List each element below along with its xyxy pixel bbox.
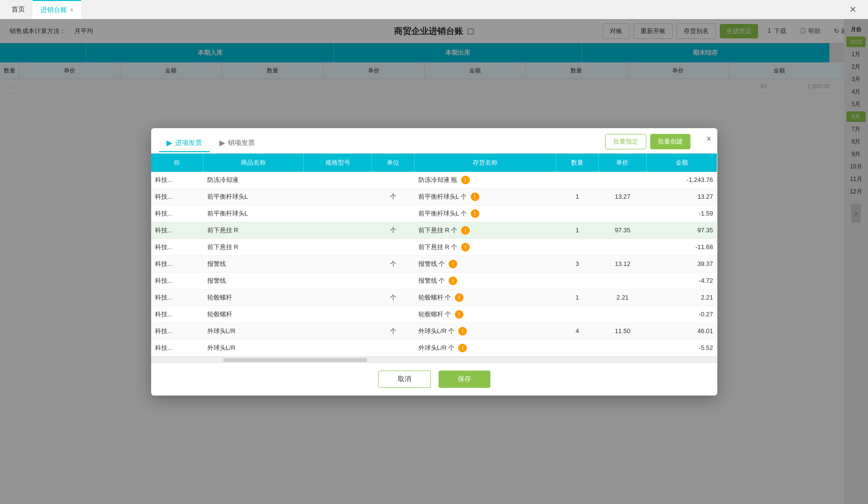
modal-scrollbar[interactable] (151, 357, 717, 362)
table-row[interactable]: 科技... 前平衡杆球头L 个 前平衡杆球头L 个 ! 1 13.27 13.2… (151, 188, 717, 205)
cell-inventory: 防冻冷却液 瓶 ! (415, 172, 556, 189)
cell-product: 轮毂螺杆 (203, 306, 304, 323)
table-row[interactable]: 科技... 报警线 报警线 个 ! -4.72 (151, 272, 717, 289)
cell-unit (372, 339, 415, 356)
table-row[interactable]: 科技... 前下悬挂 R 个 前下悬挂 R 个 ! 1 97.35 97.35 (151, 222, 717, 239)
cell-supplier: 科技... (151, 255, 203, 272)
tab-bar: 首页 进销台账 × ✕ (0, 0, 868, 19)
cell-spec (303, 188, 371, 205)
cell-qty: 1 (556, 188, 599, 205)
cell-amount: -1,243.76 (647, 172, 717, 189)
cell-qty: 3 (556, 255, 599, 272)
cell-spec (303, 172, 371, 189)
cell-unit: 个 (372, 323, 415, 339)
cell-price (598, 339, 646, 356)
cell-amount: -5.52 (647, 339, 717, 356)
cell-price: 11.50 (598, 323, 646, 339)
tab-bar-right: ✕ (849, 4, 864, 15)
cell-unit: 个 (372, 255, 415, 272)
cell-product: 前下悬挂 R (203, 222, 304, 239)
warning-icon: ! (461, 243, 470, 252)
cell-qty: 1 (556, 289, 599, 306)
table-row[interactable]: 科技... 外球头L/R 外球头L/R 个 ! -5.52 (151, 339, 717, 356)
warning-icon: ! (471, 209, 479, 218)
warning-icon: ! (471, 192, 479, 201)
warning-icon: ! (455, 310, 464, 319)
col-inventory-name: 存货名称 (415, 154, 556, 172)
batch-create-button[interactable]: 批量创建 (650, 134, 690, 149)
cell-unit (372, 205, 415, 222)
modal-table-wrap[interactable]: 你 商品名称 规格型号 单位 存货名称 数量 单价 金额 科技... (151, 154, 717, 357)
cell-amount: 2.21 (647, 289, 717, 306)
tab-incoming-invoice[interactable]: ▶ 进项发票 (159, 134, 210, 152)
outgoing-invoice-icon: ▶ (219, 138, 225, 147)
cell-price (598, 306, 646, 323)
cell-amount: 46.01 (647, 323, 717, 339)
window-close-button[interactable]: ✕ (849, 4, 856, 15)
cell-amount: -0.27 (647, 306, 717, 323)
table-row[interactable]: 科技... 前平衡杆球头L 前平衡杆球头L 个 ! -1.59 (151, 205, 717, 222)
cell-price (598, 205, 646, 222)
cell-unit: 个 (372, 188, 415, 205)
modal-close-button[interactable]: × (706, 134, 712, 144)
incoming-invoice-icon: ▶ (166, 138, 172, 147)
table-row[interactable]: 科技... 轮毂螺杆 轮毂螺杆 个 ! -0.27 (151, 306, 717, 323)
table-row[interactable]: 科技... 防冻冷却液 防冻冷却液 瓶 ! -1,243.76 (151, 172, 717, 189)
cell-supplier: 科技... (151, 306, 203, 323)
col-amount: 金额 (647, 154, 717, 172)
table-row[interactable]: 科技... 外球头L/R 个 外球头L/R 个 ! 4 11.50 46.01 (151, 323, 717, 339)
modal-header-buttons: 批量指定 批量创建 (605, 134, 710, 153)
cell-product: 前平衡杆球头L (203, 188, 304, 205)
table-row[interactable]: 科技... 轮毂螺杆 个 轮毂螺杆 个 ! 1 2.21 2.21 (151, 289, 717, 306)
cell-supplier: 科技... (151, 239, 203, 255)
cell-spec (303, 239, 371, 255)
col-unit: 单位 (372, 154, 415, 172)
cell-product: 外球头L/R (203, 323, 304, 339)
warning-icon: ! (455, 293, 464, 302)
save-button[interactable]: 保存 (439, 371, 490, 388)
warning-icon: ! (461, 226, 470, 235)
cell-amount: 39.37 (647, 255, 717, 272)
cell-unit (372, 239, 415, 255)
tab-active[interactable]: 进销台账 × (33, 0, 81, 19)
cell-price: 2.21 (598, 289, 646, 306)
cell-spec (303, 323, 371, 339)
cell-unit (372, 272, 415, 289)
warning-icon: ! (449, 260, 457, 268)
modal-overlay: ▶ 进项发票 ▶ 销项发票 批量指定 批量创建 × (0, 19, 868, 504)
cell-price: 97.35 (598, 222, 646, 239)
tab-close-icon[interactable]: × (70, 7, 73, 13)
cell-inventory: 报警线 个 ! (415, 255, 556, 272)
warning-icon: ! (458, 344, 467, 352)
warning-icon: ! (461, 176, 470, 184)
invoice-table-body: 科技... 防冻冷却液 防冻冷却液 瓶 ! -1,243.76 科技... 前平… (151, 172, 717, 357)
cell-price: 13.27 (598, 188, 646, 205)
cell-inventory: 前平衡杆球头L 个 ! (415, 205, 556, 222)
cell-amount: 97.35 (647, 222, 717, 239)
cell-inventory: 轮毂螺杆 个 ! (415, 289, 556, 306)
cell-supplier: 科技... (151, 188, 203, 205)
cell-supplier: 科技... (151, 172, 203, 189)
cell-unit (372, 172, 415, 189)
tab-home[interactable]: 首页 (4, 0, 33, 19)
cell-amount: 13.27 (647, 188, 717, 205)
cell-qty: 4 (556, 323, 599, 339)
cell-product: 前平衡杆球头L (203, 205, 304, 222)
invoice-table: 你 商品名称 规格型号 单位 存货名称 数量 单价 金额 科技... (151, 154, 717, 357)
warning-icon: ! (458, 327, 467, 336)
tab-outgoing-invoice[interactable]: ▶ 销项发票 (212, 134, 262, 152)
table-row[interactable]: 科技... 前下悬挂 R 前下悬挂 R 个 ! -11.68 (151, 239, 717, 255)
cell-product: 报警线 (203, 272, 304, 289)
cancel-button[interactable]: 取消 (378, 371, 431, 388)
cell-inventory: 前下悬挂 R 个 ! (415, 239, 556, 255)
cell-qty (556, 339, 599, 356)
cell-supplier: 科技... (151, 205, 203, 222)
cell-spec (303, 255, 371, 272)
batch-assign-button[interactable]: 批量指定 (605, 134, 646, 149)
cell-unit (372, 306, 415, 323)
cell-amount: -4.72 (647, 272, 717, 289)
tab-home-label: 首页 (12, 5, 25, 14)
table-row[interactable]: 科技... 报警线 个 报警线 个 ! 3 13.12 39.37 (151, 255, 717, 272)
cell-product: 外球头L/R (203, 339, 304, 356)
cell-price (598, 239, 646, 255)
